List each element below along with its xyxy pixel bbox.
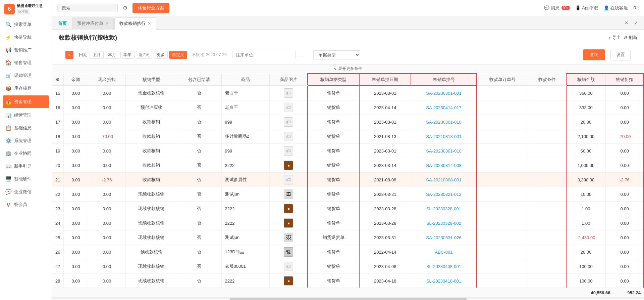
cell-verify-discount: 0.00 bbox=[606, 100, 644, 115]
sidebar-item-operation[interactable]: 📊 经营管理 bbox=[0, 109, 52, 122]
cell-verify-no[interactable]: SA-20210813-001 bbox=[411, 129, 477, 144]
sidebar-item-wechat[interactable]: 💬 企业微信 bbox=[0, 185, 52, 198]
more-date-btn[interactable]: 更多 bbox=[154, 51, 168, 59]
table-row: 17 0.00 0.00 收款核销 否 999 🏷 销货单 2023-03-01… bbox=[52, 115, 644, 129]
cell-verify-doc-type: 销货单 bbox=[308, 259, 359, 274]
cell-verify-no[interactable]: ABC-001 bbox=[411, 245, 477, 259]
cell-verify-discount: 0.00 bbox=[606, 115, 644, 129]
cell-balance: 0.00 bbox=[64, 115, 88, 129]
main-content: ⚙ 休验行业方案 💬 消息 99+ 📱 App下载 👤 在线客服 Rit 首页 bbox=[52, 0, 644, 300]
tab-verify[interactable]: 收款核销执行 ✕ bbox=[114, 17, 156, 30]
cell-verify-discount: 0.00 bbox=[606, 274, 644, 288]
user-name[interactable]: Rit bbox=[633, 5, 639, 10]
sidebar-item-enterprise[interactable]: 🏢 企业协同 bbox=[0, 147, 52, 160]
cell-verify-no[interactable]: SA-20230414-017 bbox=[411, 100, 477, 115]
finance-icon: 💰 bbox=[5, 99, 11, 105]
sidebar-item-hardware[interactable]: 🖥️ 智能硬件 bbox=[0, 173, 52, 185]
sidebar-item-purchase[interactable]: 🛒 采购管理 bbox=[0, 69, 52, 82]
cell-cash-discount: 0.00 bbox=[88, 187, 126, 202]
cell-verify-no[interactable]: SA-20230331-026 bbox=[411, 230, 477, 245]
sidebar-item-quick[interactable]: ⚡ 快捷导航 bbox=[0, 31, 52, 44]
cell-verify-discount: 0.00 bbox=[606, 216, 644, 230]
cell-goods: 2222 bbox=[221, 274, 270, 288]
expand-more-button[interactable]: ∨ 展开更多条件 bbox=[334, 66, 362, 72]
settings-button[interactable]: 设置 bbox=[610, 49, 631, 60]
cell-verify-no[interactable]: SL-20230418-001 bbox=[411, 274, 477, 288]
cell-verify-no[interactable]: SL-20230408-001 bbox=[411, 259, 477, 274]
cell-verify-amount: 20.00 bbox=[566, 115, 606, 129]
sidebar-item-sales[interactable]: 🏠 销售管理 bbox=[0, 56, 52, 69]
cell-verify-no[interactable]: SA-20230301-010 bbox=[411, 144, 477, 158]
cell-verify-type: 收款核销 bbox=[126, 158, 177, 173]
custom-date-btn[interactable]: 自定义 bbox=[169, 51, 187, 59]
col-receipt-order-no-header: 收款单订单号 bbox=[477, 74, 528, 86]
app-download-button[interactable]: 📱 App下载 bbox=[575, 5, 598, 11]
query-button[interactable]: 查询 bbox=[583, 49, 605, 60]
from-unit-input[interactable] bbox=[232, 51, 296, 59]
cell-verify-no[interactable]: SA-20230301-001 bbox=[411, 86, 477, 100]
horizontal-scrollbar[interactable] bbox=[52, 297, 644, 300]
tab-home[interactable]: 首页 bbox=[53, 17, 71, 30]
cell-id: 25 bbox=[52, 230, 64, 245]
sidebar-item-basic[interactable]: 📋 基础信息 bbox=[0, 122, 52, 134]
last-month-btn[interactable]: 上月 bbox=[90, 51, 104, 59]
cell-include-cleared: 否 bbox=[177, 129, 222, 144]
cell-verify-no[interactable]: SA-20230301-010 bbox=[411, 115, 477, 129]
settings-gear-icon[interactable]: ⚙ bbox=[120, 3, 130, 13]
cell-balance: 0.00 bbox=[64, 173, 88, 187]
cell-verify-amount: -2,430.00 bbox=[566, 230, 606, 245]
tab-close-all-button[interactable]: ✕ bbox=[623, 19, 631, 27]
cell-verify-no[interactable]: SL-20230328-002 bbox=[411, 216, 477, 230]
sidebar-item-inventory[interactable]: 📦 库存核算 bbox=[0, 82, 52, 95]
refresh-button[interactable]: ↺ 刷新 bbox=[624, 35, 637, 41]
message-button[interactable]: 💬 消息 99+ bbox=[544, 5, 570, 11]
cell-verify-type: 现续收款核销 bbox=[126, 216, 177, 230]
tab-prepay[interactable]: 预付冲应付单 ✕ bbox=[72, 17, 114, 30]
cell-include-cleared: 否 bbox=[177, 115, 222, 129]
tab-prepay-close[interactable]: ✕ bbox=[105, 21, 109, 26]
table-row: 18 0.00 -70.00 收款核销 否 多计量商品2 🏷 销货单 2021-… bbox=[52, 129, 644, 144]
filter-toggle-button[interactable]: » bbox=[65, 51, 73, 59]
sidebar-item-system[interactable]: ⚙️ 系统管理 bbox=[0, 134, 52, 147]
cell-verify-type: 收款核销 bbox=[126, 115, 177, 129]
this-month-btn[interactable]: 本月 bbox=[105, 51, 119, 59]
topbar: ⚙ 休验行业方案 💬 消息 99+ 📱 App下载 👤 在线客服 Rit bbox=[52, 0, 644, 16]
cell-verify-no[interactable]: SA-20210808-001 bbox=[411, 173, 477, 187]
cell-verify-no[interactable]: SA-20230314-008 bbox=[411, 158, 477, 173]
member-icon: V bbox=[5, 202, 11, 208]
tab-verify-close[interactable]: ✕ bbox=[148, 21, 151, 26]
cell-verify-doc-type: 销货单 bbox=[308, 187, 359, 202]
sidebar-item-search[interactable]: 🔍 搜索菜单 bbox=[0, 18, 52, 31]
cell-id: 18 bbox=[52, 129, 64, 144]
doc-type-select[interactable]: 单据类型 bbox=[313, 50, 360, 59]
col-settings-header[interactable]: ⚙ bbox=[52, 74, 64, 86]
cell-verify-amount: 1.00 bbox=[566, 202, 606, 216]
topbar-search-input[interactable] bbox=[57, 4, 118, 12]
cell-receipt-order-no bbox=[477, 173, 528, 187]
cell-verify-type: 现续收款核销 bbox=[126, 202, 177, 216]
table-footer: 40,556,66... 952.24 bbox=[52, 288, 644, 297]
cell-cash-discount: 0.00 bbox=[88, 115, 126, 129]
scrollbar-thumb[interactable] bbox=[230, 298, 467, 300]
sidebar-label-sales: 销售管理 bbox=[14, 60, 32, 66]
online-service-button[interactable]: 👤 在线客服 bbox=[604, 5, 628, 11]
tab-restore-button[interactable]: ⤢ bbox=[632, 19, 640, 27]
sidebar-item-marketing[interactable]: 📢 营销推广 bbox=[0, 44, 52, 56]
last-7days-btn[interactable]: 近7天 bbox=[136, 51, 152, 59]
export-button[interactable]: ↑ 导出 bbox=[609, 35, 621, 41]
topbar-right: 💬 消息 99+ 📱 App下载 👤 在线客服 Rit bbox=[544, 5, 639, 11]
table-row: 26 0.00 0.00 预收款核销 否 123D商品 🏗 销货单 2022-0… bbox=[52, 245, 644, 259]
this-year-btn[interactable]: 本年 bbox=[120, 51, 135, 59]
sidebar-item-finance[interactable]: 💰 资金管理 bbox=[3, 95, 49, 108]
sidebar-item-guide[interactable]: 📖 新手引导 bbox=[0, 160, 52, 173]
cell-include-cleared: 否 bbox=[177, 274, 222, 288]
industry-solution-button[interactable]: 休验行业方案 bbox=[132, 3, 169, 13]
page-title-row: 收款核销执行(按收款) ↑ 导出 ↺ 刷新 bbox=[59, 34, 637, 42]
cell-verify-no[interactable]: SL-20230328-001 bbox=[411, 202, 477, 216]
col-balance-header: 余额 bbox=[64, 74, 88, 86]
cell-verify-no[interactable]: SA-20230321-012 bbox=[411, 187, 477, 202]
sidebar-item-member[interactable]: V 畅会员 bbox=[0, 198, 52, 211]
cell-include-cleared: 否 bbox=[177, 100, 222, 115]
cell-include-cleared: 否 bbox=[177, 158, 222, 173]
inventory-icon: 📦 bbox=[5, 85, 11, 91]
